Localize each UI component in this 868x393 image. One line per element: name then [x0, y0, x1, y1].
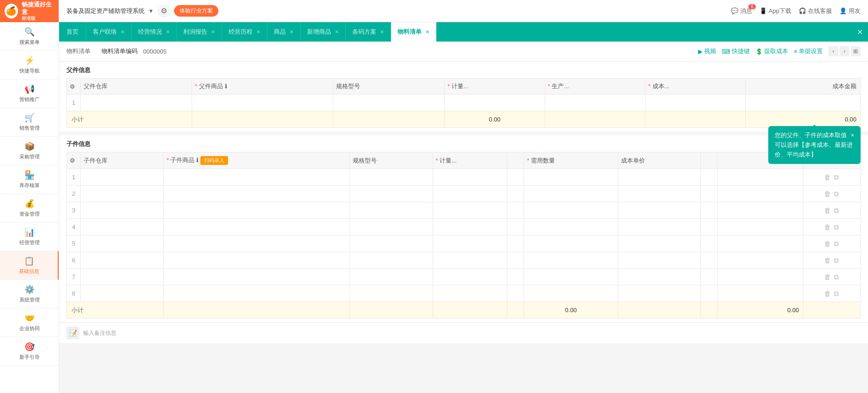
- child-unit-cost-5[interactable]: [618, 236, 701, 252]
- delete-icon-4[interactable]: 🗑: [824, 223, 831, 231]
- tab-close-经营历程[interactable]: ✕: [256, 29, 260, 35]
- child-warehouse-5[interactable]: [81, 236, 164, 252]
- child-unit-cost-4[interactable]: [618, 219, 701, 236]
- copy-icon-2[interactable]: ⧉: [834, 190, 839, 198]
- copy-icon-1[interactable]: ⧉: [834, 173, 839, 181]
- child-unit-cost-2[interactable]: [618, 186, 701, 202]
- child-unit-3[interactable]: [433, 202, 507, 219]
- child-warehouse-8[interactable]: [81, 285, 164, 302]
- message-button[interactable]: 💬 消息 6: [731, 7, 752, 15]
- child-unit-6[interactable]: [433, 252, 507, 269]
- tab-close-条码方案[interactable]: ✕: [380, 29, 384, 35]
- delete-icon-6[interactable]: 🗑: [824, 256, 831, 265]
- parent-production-cell[interactable]: [545, 95, 645, 111]
- child-unit-cost-8[interactable]: [618, 285, 701, 302]
- child-unit-cost-1[interactable]: [618, 169, 701, 186]
- nav-tab-经营情况[interactable]: 经营情况✕: [132, 22, 177, 42]
- tab-close-物料清单[interactable]: ✕: [425, 29, 429, 35]
- tooltip-close-button[interactable]: ×: [850, 131, 854, 140]
- sidebar-item-guide[interactable]: 🎯 新手引导: [0, 337, 59, 366]
- delete-icon-7[interactable]: 🗑: [824, 273, 831, 281]
- sidebar-item-enterprise[interactable]: 🤝 企业协同: [0, 308, 59, 337]
- sidebar-item-finance[interactable]: 💰 资金管理: [0, 194, 59, 223]
- parent-product-cell[interactable]: [192, 95, 333, 111]
- child-unit-5[interactable]: [433, 236, 507, 252]
- child-quantity-4[interactable]: [524, 219, 618, 236]
- copy-icon-3[interactable]: ⧉: [834, 206, 839, 215]
- sidebar-item-system[interactable]: ⚙️ 系统管理: [0, 280, 59, 308]
- delete-icon-1[interactable]: 🗑: [824, 173, 831, 181]
- child-spec-7[interactable]: [350, 269, 433, 285]
- child-warehouse-6[interactable]: [81, 252, 164, 269]
- child-warehouse-2[interactable]: [81, 186, 164, 202]
- delete-icon-5[interactable]: 🗑: [824, 240, 831, 248]
- delete-icon-2[interactable]: 🗑: [824, 190, 831, 198]
- sidebar-item-purchase[interactable]: 📦 采购管理: [0, 137, 59, 165]
- child-quantity-2[interactable]: [524, 186, 618, 202]
- sidebar-item-sales[interactable]: 🛒 销售管理: [0, 108, 59, 137]
- user-menu[interactable]: 👤 用友: [839, 7, 861, 15]
- parent-cost-cell[interactable]: [645, 95, 745, 111]
- sidebar-item-search[interactable]: 🔍 搜索菜单: [0, 22, 59, 51]
- child-quantity-8[interactable]: [524, 285, 618, 302]
- child-quantity-6[interactable]: [524, 252, 618, 269]
- child-quantity-1[interactable]: [524, 169, 618, 186]
- nav-tab-首页[interactable]: 首页: [59, 22, 86, 42]
- nav-tab-客户联络[interactable]: 客户联络✕: [86, 22, 132, 42]
- delete-icon-3[interactable]: 🗑: [824, 206, 831, 215]
- settings-icon[interactable]: ⚙: [157, 5, 170, 18]
- child-product-7[interactable]: [163, 269, 350, 285]
- child-product-3[interactable]: [163, 202, 350, 219]
- child-spec-4[interactable]: [350, 219, 433, 236]
- child-product-8[interactable]: [163, 285, 350, 302]
- child-unit-7[interactable]: [433, 269, 507, 285]
- sidebar-item-quicknav[interactable]: ⚡ 快捷导航: [0, 51, 59, 79]
- child-quantity-3[interactable]: [524, 202, 618, 219]
- system-dropdown[interactable]: ▼: [148, 8, 154, 14]
- child-unit-cost-6[interactable]: [618, 252, 701, 269]
- sidebar-item-inventory[interactable]: 🏪 库存核算: [0, 165, 59, 194]
- child-product-5[interactable]: [163, 236, 350, 252]
- tab-close-客户联络[interactable]: ✕: [121, 29, 125, 35]
- tab-close-利润报告[interactable]: ✕: [211, 29, 215, 35]
- scan-button[interactable]: 扫码录入: [200, 156, 228, 165]
- shortcut-tool[interactable]: ⌨ 快捷键: [722, 47, 750, 55]
- child-spec-6[interactable]: [350, 252, 433, 269]
- child-unit-8[interactable]: [433, 285, 507, 302]
- child-warehouse-4[interactable]: [81, 219, 164, 236]
- child-unit-4[interactable]: [433, 219, 507, 236]
- child-spec-2[interactable]: [350, 186, 433, 202]
- sidebar-item-operation[interactable]: 📊 经营管理: [0, 223, 59, 251]
- child-product-2[interactable]: [163, 186, 350, 202]
- copy-icon-6[interactable]: ⧉: [834, 256, 839, 265]
- note-icon[interactable]: 📝: [66, 326, 79, 339]
- child-product-6[interactable]: [163, 252, 350, 269]
- child-unit-1[interactable]: [433, 169, 507, 186]
- child-unit-cost-7[interactable]: [618, 269, 701, 285]
- copy-icon-8[interactable]: ⧉: [834, 290, 839, 298]
- nav-tab-条码方案[interactable]: 条码方案✕: [346, 22, 391, 42]
- parent-warehouse-cell[interactable]: [81, 95, 192, 111]
- child-product-4[interactable]: [163, 219, 350, 236]
- cost-tool[interactable]: 💲 提取成本: [755, 47, 788, 55]
- copy-icon-7[interactable]: ⧉: [834, 273, 839, 281]
- online-service-button[interactable]: 🎧 在线客服: [799, 7, 832, 15]
- child-quantity-5[interactable]: [524, 236, 618, 252]
- child-warehouse-1[interactable]: [81, 169, 164, 186]
- nav-tab-商品[interactable]: 商品✕: [267, 22, 301, 42]
- prev-arrow[interactable]: ‹: [828, 46, 838, 56]
- delete-icon-8[interactable]: 🗑: [824, 290, 831, 298]
- sidebar-item-basic[interactable]: 📋 基础信息: [0, 251, 59, 280]
- child-spec-5[interactable]: [350, 236, 433, 252]
- copy-icon-4[interactable]: ⧉: [834, 223, 839, 231]
- child-warehouse-7[interactable]: [81, 269, 164, 285]
- child-spec-8[interactable]: [350, 285, 433, 302]
- trial-button[interactable]: 体验行业方案: [174, 5, 218, 17]
- sidebar-item-marketing[interactable]: 📢 营销推广: [0, 79, 59, 108]
- nav-tab-物料清单[interactable]: 物料清单✕: [391, 22, 436, 42]
- nav-tab-新增商品[interactable]: 新增商品✕: [301, 22, 346, 42]
- grid-view[interactable]: ⊞: [850, 46, 861, 56]
- tab-close-新增商品[interactable]: ✕: [335, 29, 339, 35]
- child-quantity-7[interactable]: [524, 269, 618, 285]
- nav-tab-经营历程[interactable]: 经营历程✕: [222, 22, 267, 42]
